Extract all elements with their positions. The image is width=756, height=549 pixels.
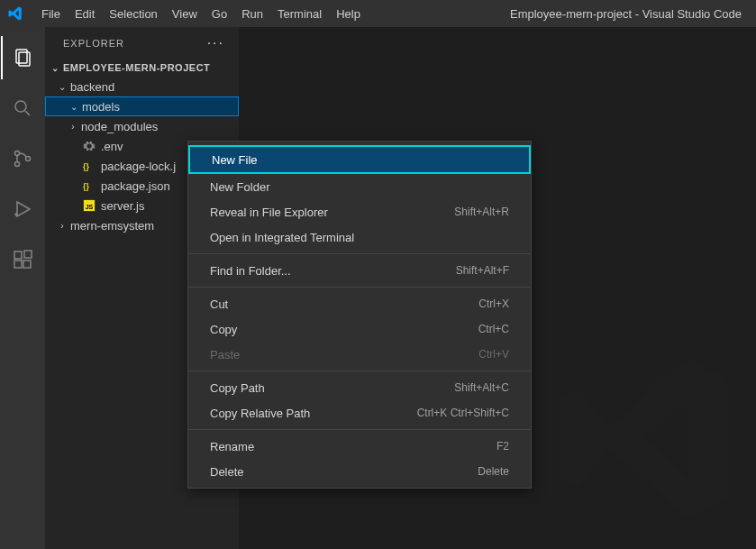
folder-models[interactable]: ⌄ models	[45, 96, 239, 116]
root-folder-label: EMPLOYEE-MERN-PROJECT	[63, 62, 210, 73]
activity-bar	[0, 27, 45, 549]
ctx-label: New Folder	[210, 180, 269, 194]
explorer-icon[interactable]	[1, 36, 44, 79]
svg-point-5	[15, 162, 20, 167]
ctx-shortcut: Shift+Alt+F	[456, 264, 509, 277]
chevron-right-icon: ›	[67, 122, 79, 132]
chevron-down-icon: ⌄	[49, 63, 61, 73]
svg-rect-11	[24, 251, 32, 258]
vscode-logo-icon	[7, 5, 23, 22]
js-file-icon: JS	[81, 199, 97, 212]
tree-item-label: package-lock.j	[101, 160, 176, 173]
menu-file[interactable]: File	[34, 4, 68, 24]
ctx-separator	[188, 287, 531, 288]
sidebar-header: EXPLORER ···	[45, 27, 239, 59]
svg-point-7	[15, 214, 17, 215]
menu-terminal[interactable]: Terminal	[270, 4, 329, 24]
json-file-icon: {}	[81, 179, 97, 192]
ctx-reveal-explorer[interactable]: Reveal in File Explorer Shift+Alt+R	[188, 199, 531, 224]
ctx-rename[interactable]: Rename F2	[188, 434, 531, 459]
menu-run[interactable]: Run	[234, 4, 270, 24]
svg-point-4	[15, 151, 20, 156]
ctx-label: Reveal in File Explorer	[210, 206, 328, 219]
menu-go[interactable]: Go	[205, 4, 234, 24]
tree-item-label: models	[82, 100, 120, 114]
ctx-label: Paste	[210, 348, 240, 361]
ctx-label: New File	[212, 153, 258, 167]
ctx-shortcut: F2	[496, 440, 509, 453]
ctx-label: Copy Path	[210, 381, 265, 395]
svg-text:{}: {}	[83, 162, 89, 171]
vscode-watermark-icon	[549, 339, 747, 540]
ctx-label: Copy	[210, 323, 237, 336]
ctx-copy-relative-path[interactable]: Copy Relative Path Ctrl+K Ctrl+Shift+C	[188, 400, 531, 425]
tree-item-label: node_modules	[81, 120, 158, 133]
ctx-separator	[188, 371, 531, 371]
chevron-down-icon: ⌄	[56, 82, 68, 92]
ctx-shortcut: Ctrl+C	[478, 323, 509, 335]
ctx-open-terminal[interactable]: Open in Integrated Terminal	[188, 224, 531, 250]
context-menu: New File New Folder Reveal in File Explo…	[187, 141, 532, 489]
folder-node-modules[interactable]: › node_modules	[45, 116, 239, 136]
ctx-label: Find in Folder...	[210, 264, 291, 278]
svg-line-3	[25, 111, 30, 115]
ctx-paste: Paste Ctrl+V	[188, 342, 531, 367]
ctx-separator	[188, 253, 531, 254]
search-icon[interactable]	[1, 87, 44, 130]
svg-text:{}: {}	[83, 182, 89, 191]
sidebar-title: EXPLORER	[63, 38, 124, 49]
ctx-copy-path[interactable]: Copy Path Shift+Alt+C	[188, 375, 531, 400]
ctx-label: Rename	[210, 440, 254, 453]
ctx-new-folder[interactable]: New Folder	[188, 174, 531, 199]
tree-item-label: backend	[70, 80, 114, 94]
svg-point-6	[26, 157, 31, 161]
ctx-shortcut: Ctrl+X	[478, 297, 509, 310]
svg-text:JS: JS	[86, 204, 94, 210]
gear-icon	[81, 140, 97, 152]
ctx-label: Cut	[210, 297, 228, 311]
ctx-delete[interactable]: Delete Delete	[188, 459, 531, 484]
tree-item-label: package.json	[101, 179, 170, 193]
svg-rect-8	[14, 252, 22, 259]
ctx-label: Open in Integrated Terminal	[210, 231, 354, 244]
json-file-icon: {}	[81, 160, 97, 172]
tree-root[interactable]: ⌄ EMPLOYEE-MERN-PROJECT	[45, 59, 239, 77]
more-icon[interactable]: ···	[207, 35, 224, 51]
svg-rect-10	[23, 261, 31, 268]
ctx-shortcut: Ctrl+K Ctrl+Shift+C	[417, 407, 509, 419]
tree-item-label: .env	[101, 140, 123, 153]
svg-point-2	[15, 101, 26, 112]
ctx-shortcut: Shift+Alt+R	[454, 206, 509, 218]
ctx-shortcut: Shift+Alt+C	[454, 381, 509, 394]
run-debug-icon[interactable]	[1, 188, 44, 231]
tree-item-label: server.js	[101, 199, 144, 213]
title-bar: File Edit Selection View Go Run Terminal…	[0, 0, 756, 27]
ctx-cut[interactable]: Cut Ctrl+X	[188, 291, 531, 316]
ctx-shortcut: Delete	[478, 465, 509, 478]
svg-rect-9	[14, 261, 22, 268]
menu-bar: File Edit Selection View Go Run Terminal…	[34, 4, 368, 24]
menu-selection[interactable]: Selection	[102, 4, 164, 24]
tree-item-label: mern-emsystem	[70, 219, 154, 233]
chevron-down-icon: ⌄	[68, 102, 80, 112]
chevron-right-icon: ›	[56, 221, 68, 231]
menu-help[interactable]: Help	[329, 4, 368, 24]
extensions-icon[interactable]	[1, 238, 44, 281]
menu-edit[interactable]: Edit	[68, 4, 102, 24]
ctx-find-in-folder[interactable]: Find in Folder... Shift+Alt+F	[188, 258, 531, 283]
folder-backend[interactable]: ⌄ backend	[45, 77, 239, 96]
source-control-icon[interactable]	[1, 137, 44, 180]
ctx-new-file[interactable]: New File	[188, 145, 531, 174]
window-title: Employee-mern-project - Visual Studio Co…	[368, 7, 749, 21]
ctx-label: Copy Relative Path	[210, 407, 310, 420]
menu-view[interactable]: View	[165, 4, 205, 24]
ctx-label: Delete	[210, 465, 244, 479]
ctx-copy[interactable]: Copy Ctrl+C	[188, 316, 531, 342]
ctx-separator	[188, 429, 531, 430]
ctx-shortcut: Ctrl+V	[478, 348, 509, 361]
